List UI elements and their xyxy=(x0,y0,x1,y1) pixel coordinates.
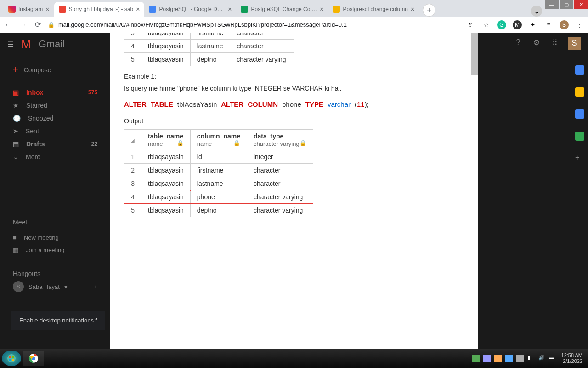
plus-icon: + xyxy=(13,64,18,75)
menu-icon[interactable]: ⋮ xyxy=(575,20,584,29)
volume-icon[interactable]: 🔊 xyxy=(538,355,546,362)
tab-title: PostgreSQL - Google Docs xyxy=(159,6,225,12)
sidebar-label: More xyxy=(26,153,40,161)
table-row: 3 tblaqsayasin firstname character xyxy=(124,33,294,40)
add-icon[interactable]: + xyxy=(94,283,97,290)
notification-toast[interactable]: Enable desktop notifications f xyxy=(11,310,105,330)
extensions-icon[interactable]: ✦ xyxy=(528,20,537,29)
instagram-icon xyxy=(8,6,16,13)
sidebar-drafts[interactable]: ▤ Drafts 22 xyxy=(4,138,107,150)
sent-icon: ➤ xyxy=(13,127,18,135)
svg-rect-4 xyxy=(12,359,14,361)
tray-icon[interactable] xyxy=(516,355,524,362)
tab-pgchange[interactable]: PostgreSQL Change Colum × xyxy=(236,2,328,17)
tray-icon[interactable] xyxy=(494,355,502,362)
url-field[interactable]: 🔒 mail.google.com/mail/u/0/#inbox/FMfcgz… xyxy=(48,21,460,28)
drafts-icon: ▤ xyxy=(13,140,19,148)
close-icon[interactable]: × xyxy=(136,6,140,13)
forward-button[interactable]: → xyxy=(18,20,28,29)
sidebar-more[interactable]: ⌄ More xyxy=(4,150,107,163)
tab-instagram[interactable]: Instagram × xyxy=(4,2,54,17)
tab-gmail[interactable]: Sorry ghlt bhj diya :-) - sab × xyxy=(54,2,145,17)
reading-list-icon[interactable]: ≡ xyxy=(544,20,553,29)
hamburger-icon[interactable]: ☰ xyxy=(7,40,14,49)
tray-icon[interactable] xyxy=(505,355,513,362)
sidebar-label: Starred xyxy=(26,102,47,109)
tasks-icon[interactable] xyxy=(575,109,584,119)
hangouts-user[interactable]: S Saba Hayat ▾ + xyxy=(13,281,97,292)
table-row-highlighted: 4 tblaqsayasin phone character varying xyxy=(124,190,313,204)
contacts-icon[interactable] xyxy=(575,132,584,141)
toolbar-icons: ⇪ ☆ G M ✦ ≡ S ⋮ xyxy=(466,20,584,29)
star-icon: ★ xyxy=(13,102,19,109)
clock[interactable]: 12:58 AM 2/1/2022 xyxy=(561,352,582,364)
sidebar-sent[interactable]: ➤ Sent xyxy=(4,125,107,138)
scrollbar-thumb[interactable] xyxy=(471,33,478,75)
sidebar-label: Drafts xyxy=(26,140,45,148)
maximize-button[interactable]: ▢ xyxy=(560,0,573,9)
reload-button[interactable]: ⟳ xyxy=(33,20,42,29)
join-meeting-button[interactable]: ▦Join a meeting xyxy=(13,244,97,256)
table-row: 1 tblaqsayasin id integer xyxy=(124,150,313,164)
windows-taskbar: ▮ 🔊 ▬ 12:58 AM 2/1/2022 xyxy=(0,349,588,368)
battery-icon[interactable]: ▬ xyxy=(549,355,557,362)
dropdown-icon: ▾ xyxy=(64,283,68,290)
sidebar-starred[interactable]: ★ Starred xyxy=(4,99,107,112)
tab-title: PostgreSQL Change Colum xyxy=(251,6,317,12)
chrome-taskbar-icon[interactable] xyxy=(23,351,44,366)
close-button[interactable]: ✕ xyxy=(574,0,588,9)
profile-avatar[interactable]: S xyxy=(560,20,569,29)
gmail-m-icon: M xyxy=(21,37,31,52)
add-panel-icon[interactable]: + xyxy=(575,154,584,163)
tray-icon[interactable] xyxy=(483,355,491,362)
output-label: Output xyxy=(124,117,464,125)
side-panel: + xyxy=(575,65,584,163)
sql-code: ALTER TABLE tblAqsaYasin ALTER COLUMN ph… xyxy=(124,98,464,112)
chrome-profile-button[interactable]: ⌄ xyxy=(531,6,542,17)
output-table: ◢ table_namename🔒 column_namename🔒 data_… xyxy=(124,129,313,217)
new-meeting-button[interactable]: ■New meeting xyxy=(13,231,97,244)
lock-icon: 🔒 xyxy=(48,22,55,28)
minimize-button[interactable]: — xyxy=(545,0,559,9)
window-controls: — ▢ ✕ xyxy=(545,0,588,9)
close-icon[interactable]: × xyxy=(228,6,232,13)
tab-pgcol[interactable]: Postgresql change column × xyxy=(328,2,419,17)
tab-gdocs[interactable]: PostgreSQL - Google Docs × xyxy=(144,2,236,17)
sort-icon[interactable]: ◢ xyxy=(131,138,135,143)
account-avatar[interactable]: S xyxy=(568,37,581,50)
keep-icon[interactable] xyxy=(575,87,584,97)
sidebar-snoozed[interactable]: 🕑 Snoozed xyxy=(4,112,107,125)
tray-icon[interactable] xyxy=(472,355,480,362)
back-button[interactable]: ← xyxy=(4,20,13,29)
extension-m-icon[interactable]: M xyxy=(513,20,522,29)
clock-icon: 🕑 xyxy=(13,115,21,122)
site-icon xyxy=(241,6,248,13)
settings-gear-icon[interactable]: ⚙ xyxy=(531,37,542,48)
close-icon[interactable]: × xyxy=(45,6,49,13)
start-button[interactable] xyxy=(2,351,21,366)
video-icon: ■ xyxy=(13,234,17,241)
tab-title: Sorry ghlt bhj diya :-) - sab xyxy=(69,6,134,12)
hangouts-title: Hangouts xyxy=(13,270,97,277)
new-tab-button[interactable]: + xyxy=(423,4,435,17)
sidebar-inbox[interactable]: ▣ Inbox 575 xyxy=(4,86,107,99)
grammarly-icon[interactable]: G xyxy=(497,20,506,29)
help-icon[interactable]: ? xyxy=(513,37,524,48)
hangouts-section: Hangouts S Saba Hayat ▾ + xyxy=(4,270,107,292)
date: 2/1/2022 xyxy=(561,358,582,364)
share-icon[interactable]: ⇪ xyxy=(466,20,475,29)
chrome-icon xyxy=(28,353,39,364)
attachment-preview: 3 tblaqsayasin firstname character 4 tbl… xyxy=(110,33,478,349)
calendar-icon[interactable] xyxy=(575,65,584,75)
close-icon[interactable]: × xyxy=(320,6,323,13)
table-row: 3 tblaqsayasin lastname character xyxy=(124,177,313,190)
compose-button[interactable]: + Compose xyxy=(4,59,61,80)
meet-title: Meet xyxy=(13,218,97,226)
apps-grid-icon[interactable]: ⠿ xyxy=(549,37,560,48)
table-row: 2 tblaqsayasin firstname character xyxy=(124,164,313,177)
bookmark-star-icon[interactable]: ☆ xyxy=(481,20,491,29)
gmail-logo: Gmail xyxy=(39,38,65,50)
network-icon[interactable]: ▮ xyxy=(527,355,535,362)
close-icon[interactable]: × xyxy=(411,6,414,13)
drafts-count: 22 xyxy=(91,141,97,147)
